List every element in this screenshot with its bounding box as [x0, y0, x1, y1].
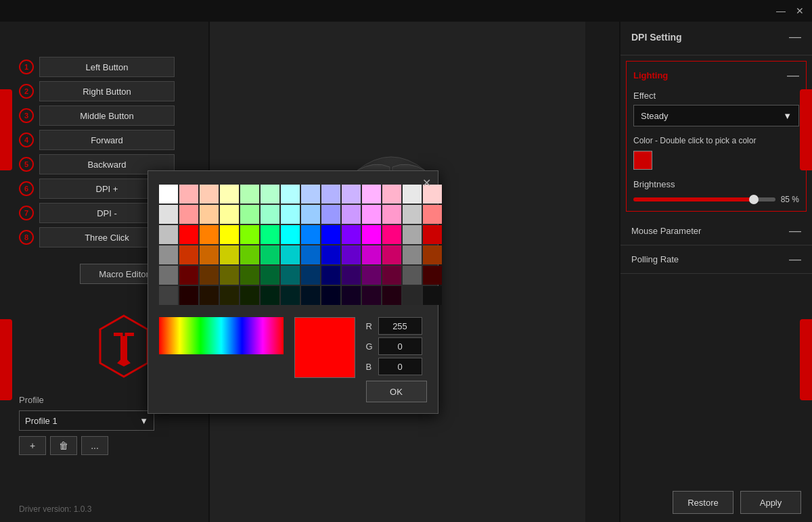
- color-cell[interactable]: [362, 205, 381, 224]
- brightness-thumb[interactable]: [749, 195, 759, 204]
- minimize-button[interactable]: —: [774, 4, 788, 18]
- color-cell[interactable]: [382, 266, 401, 285]
- color-cell[interactable]: [301, 266, 320, 285]
- more-options-button[interactable]: ...: [81, 436, 108, 455]
- hue-bar[interactable]: [159, 317, 284, 354]
- color-cell[interactable]: [240, 225, 259, 244]
- color-cell[interactable]: [423, 205, 442, 224]
- color-cell[interactable]: [342, 185, 361, 204]
- color-cell[interactable]: [423, 245, 442, 264]
- color-cell[interactable]: [281, 205, 300, 224]
- color-cell[interactable]: [179, 185, 198, 204]
- color-cell[interactable]: [301, 225, 320, 244]
- color-cell[interactable]: [200, 245, 219, 264]
- r-input[interactable]: [378, 317, 422, 335]
- color-cell[interactable]: [382, 185, 401, 204]
- color-cell[interactable]: [321, 225, 340, 244]
- color-cell[interactable]: [240, 185, 259, 204]
- g-input[interactable]: [378, 337, 422, 355]
- color-cell[interactable]: [342, 286, 361, 305]
- color-cell[interactable]: [342, 266, 361, 285]
- color-cell[interactable]: [261, 266, 279, 285]
- color-cell[interactable]: [159, 185, 178, 204]
- color-cell[interactable]: [220, 225, 239, 244]
- color-cell[interactable]: [240, 286, 259, 305]
- color-cell[interactable]: [179, 286, 198, 305]
- color-cell[interactable]: [261, 205, 279, 224]
- profile-dropdown[interactable]: Profile 1 ▼: [19, 410, 154, 431]
- color-cell[interactable]: [261, 185, 279, 204]
- color-cell[interactable]: [220, 286, 239, 305]
- color-swatch[interactable]: [633, 151, 652, 170]
- color-cell[interactable]: [301, 205, 320, 224]
- color-cell[interactable]: [403, 225, 422, 244]
- color-cell[interactable]: [403, 185, 422, 204]
- color-cell[interactable]: [362, 266, 381, 285]
- color-cell[interactable]: [423, 266, 442, 285]
- color-cell[interactable]: [200, 266, 219, 285]
- button-label[interactable]: Left Button: [39, 57, 175, 77]
- color-cell[interactable]: [382, 205, 401, 224]
- color-cell[interactable]: [301, 245, 320, 264]
- color-cell[interactable]: [403, 286, 422, 305]
- color-cell[interactable]: [281, 185, 300, 204]
- delete-profile-button[interactable]: 🗑: [50, 436, 77, 455]
- ok-button[interactable]: OK: [366, 381, 427, 402]
- color-cell[interactable]: [382, 225, 401, 244]
- color-cell[interactable]: [423, 225, 442, 244]
- color-cell[interactable]: [382, 245, 401, 264]
- color-cell[interactable]: [403, 245, 422, 264]
- mouse-parameter-section[interactable]: Mouse Parameter —: [621, 217, 812, 245]
- button-label[interactable]: Forward: [39, 130, 175, 150]
- color-cell[interactable]: [321, 266, 340, 285]
- color-cell[interactable]: [179, 266, 198, 285]
- apply-button[interactable]: Apply: [740, 491, 801, 514]
- b-input[interactable]: [378, 358, 422, 375]
- color-cell[interactable]: [382, 286, 401, 305]
- color-cell[interactable]: [159, 286, 178, 305]
- color-cell[interactable]: [342, 205, 361, 224]
- color-cell[interactable]: [342, 245, 361, 264]
- color-cell[interactable]: [179, 245, 198, 264]
- color-cell[interactable]: [281, 225, 300, 244]
- color-cell[interactable]: [220, 266, 239, 285]
- color-cell[interactable]: [159, 225, 178, 244]
- color-cell[interactable]: [261, 286, 279, 305]
- color-cell[interactable]: [301, 185, 320, 204]
- brightness-track[interactable]: [633, 197, 775, 201]
- color-cell[interactable]: [240, 245, 259, 264]
- color-cell[interactable]: [159, 266, 178, 285]
- color-cell[interactable]: [321, 286, 340, 305]
- close-button[interactable]: ✕: [793, 4, 807, 18]
- color-cell[interactable]: [342, 225, 361, 244]
- color-cell[interactable]: [240, 205, 259, 224]
- color-cell[interactable]: [301, 286, 320, 305]
- color-cell[interactable]: [179, 205, 198, 224]
- color-cell[interactable]: [281, 286, 300, 305]
- color-cell[interactable]: [362, 286, 381, 305]
- color-cell[interactable]: [240, 266, 259, 285]
- effect-dropdown[interactable]: Steady ▼: [633, 105, 799, 126]
- color-cell[interactable]: [362, 185, 381, 204]
- color-cell[interactable]: [403, 266, 422, 285]
- color-cell[interactable]: [200, 205, 219, 224]
- color-cell[interactable]: [200, 185, 219, 204]
- color-cell[interactable]: [179, 225, 198, 244]
- button-label[interactable]: Middle Button: [39, 105, 175, 126]
- add-profile-button[interactable]: +: [19, 436, 46, 455]
- color-cell[interactable]: [321, 245, 340, 264]
- color-cell[interactable]: [220, 245, 239, 264]
- color-cell[interactable]: [321, 205, 340, 224]
- restore-button[interactable]: Restore: [673, 491, 734, 514]
- color-cell[interactable]: [261, 245, 279, 264]
- color-cell[interactable]: [403, 205, 422, 224]
- color-cell[interactable]: [321, 185, 340, 204]
- color-cell[interactable]: [281, 245, 300, 264]
- button-label[interactable]: Right Button: [39, 81, 175, 101]
- color-cell[interactable]: [159, 245, 178, 264]
- color-cell[interactable]: [261, 225, 279, 244]
- color-cell[interactable]: [362, 225, 381, 244]
- color-cell[interactable]: [220, 205, 239, 224]
- color-cell[interactable]: [159, 205, 178, 224]
- dialog-close-button[interactable]: ✕: [422, 176, 431, 189]
